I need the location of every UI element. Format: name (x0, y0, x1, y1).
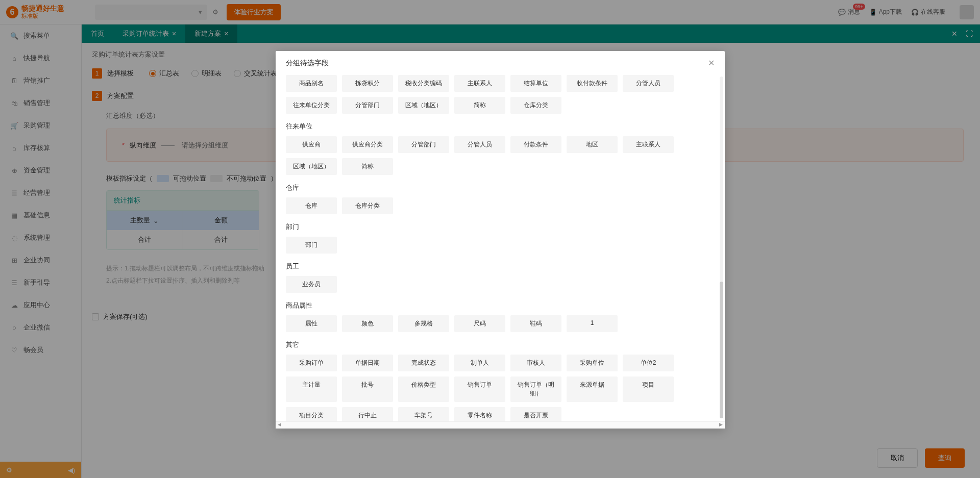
field-chip[interactable]: 主联系人 (454, 75, 505, 92)
field-chip[interactable]: 完成状态 (398, 355, 449, 371)
modal-horizontal-scrollbar[interactable] (276, 421, 725, 429)
field-chip[interactable]: 单位2 (623, 355, 674, 371)
field-chip[interactable]: 分管部门 (342, 97, 393, 114)
field-chip[interactable]: 分管人员 (454, 136, 505, 153)
field-chip[interactable]: 鞋码 (510, 315, 561, 332)
modal-header: 分组待选字段 ✕ (276, 51, 725, 75)
field-chip[interactable]: 主计量 (286, 376, 337, 402)
field-chip[interactable]: 批号 (342, 376, 393, 402)
field-chip[interactable]: 仓库 (286, 197, 337, 214)
group-title: 商品属性 (286, 301, 715, 310)
field-chip[interactable]: 简称 (454, 97, 505, 114)
field-chip[interactable]: 销售订单（明细） (510, 376, 561, 402)
field-chip[interactable]: 车架号 (398, 407, 449, 421)
field-chip[interactable]: 主联系人 (623, 136, 674, 153)
field-chip[interactable]: 采购单位 (567, 355, 618, 371)
field-selector-modal: 分组待选字段 ✕ 商品别名拣货积分税收分类编码主联系人结算单位收付款条件分管人员… (276, 51, 725, 429)
field-chip[interactable]: 部门 (286, 237, 337, 254)
field-chip[interactable]: 供应商分类 (342, 136, 393, 153)
field-chip[interactable]: 区域（地区） (286, 158, 337, 175)
field-group: 部门部门 (286, 222, 715, 254)
field-row: 往来单位分类分管部门区域（地区）简称仓库分类 (286, 97, 715, 114)
field-row: 商品别名拣货积分税收分类编码主联系人结算单位收付款条件分管人员 (286, 75, 715, 92)
field-group: 仓库仓库仓库分类 (286, 183, 715, 214)
field-row: 业务员 (286, 276, 715, 293)
close-icon[interactable]: ✕ (708, 58, 715, 68)
field-group: 商品属性属性颜色多规格尺码鞋码1 (286, 301, 715, 332)
group-title: 仓库 (286, 183, 715, 192)
field-group: 往来单位供应商供应商分类分管部门分管人员付款条件地区主联系人区域（地区）简称 (286, 122, 715, 175)
field-chip[interactable]: 地区 (567, 136, 618, 153)
modal-body: 商品别名拣货积分税收分类编码主联系人结算单位收付款条件分管人员往来单位分类分管部… (276, 75, 725, 421)
field-chip[interactable]: 价格类型 (398, 376, 449, 402)
scrollbar-thumb[interactable] (720, 282, 723, 418)
field-chip[interactable]: 供应商 (286, 136, 337, 153)
field-row: 供应商供应商分类分管部门分管人员付款条件地区主联系人区域（地区）简称 (286, 136, 715, 175)
field-chip[interactable]: 分管人员 (623, 75, 674, 92)
field-chip[interactable]: 税收分类编码 (398, 75, 449, 92)
field-chip[interactable]: 业务员 (286, 276, 337, 293)
field-row: 仓库仓库分类 (286, 197, 715, 214)
field-chip[interactable]: 简称 (342, 158, 393, 175)
field-row: 采购订单单据日期完成状态制单人审核人采购单位单位2主计量批号价格类型销售订单销售… (286, 355, 715, 421)
field-chip[interactable]: 单据日期 (342, 355, 393, 371)
field-chip[interactable]: 仓库分类 (342, 197, 393, 214)
modal-title: 分组待选字段 (286, 59, 329, 68)
field-chip[interactable]: 尺码 (454, 315, 505, 332)
field-group: 其它采购订单单据日期完成状态制单人审核人采购单位单位2主计量批号价格类型销售订单… (286, 340, 715, 421)
field-chip[interactable]: 制单人 (454, 355, 505, 371)
field-chip[interactable]: 商品别名 (286, 75, 337, 92)
field-chip[interactable]: 付款条件 (510, 136, 561, 153)
field-chip[interactable]: 采购订单 (286, 355, 337, 371)
group-title: 往来单位 (286, 122, 715, 131)
field-chip[interactable]: 项目分类 (286, 407, 337, 421)
field-group: 员工业务员 (286, 262, 715, 293)
field-chip[interactable]: 来源单据 (567, 376, 618, 402)
field-chip[interactable]: 分管部门 (398, 136, 449, 153)
field-chip[interactable]: 拣货积分 (342, 75, 393, 92)
field-row: 属性颜色多规格尺码鞋码1 (286, 315, 715, 332)
group-title: 员工 (286, 262, 715, 271)
field-row: 部门 (286, 237, 715, 254)
field-chip[interactable]: 区域（地区） (398, 97, 449, 114)
field-chip[interactable]: 属性 (286, 315, 337, 332)
field-chip[interactable]: 行中止 (342, 407, 393, 421)
field-chip[interactable]: 往来单位分类 (286, 97, 337, 114)
modal-scrollbar[interactable] (720, 77, 723, 418)
field-chip[interactable]: 仓库分类 (510, 97, 561, 114)
group-title: 其它 (286, 340, 715, 349)
field-chip[interactable]: 项目 (623, 376, 674, 402)
field-chip[interactable]: 多规格 (398, 315, 449, 332)
field-chip[interactable]: 1 (567, 315, 618, 332)
field-chip[interactable]: 颜色 (342, 315, 393, 332)
group-title: 部门 (286, 222, 715, 232)
field-chip[interactable]: 审核人 (510, 355, 561, 371)
field-chip[interactable]: 收付款条件 (567, 75, 618, 92)
field-chip[interactable]: 零件名称 (454, 407, 505, 421)
field-chip[interactable]: 是否开票 (510, 407, 561, 421)
field-chip[interactable]: 结算单位 (510, 75, 561, 92)
field-chip[interactable]: 销售订单 (454, 376, 505, 402)
